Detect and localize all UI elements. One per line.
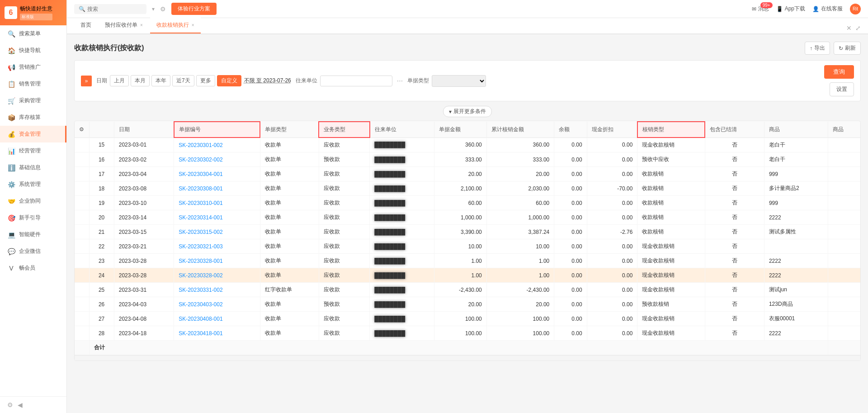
date-range-display[interactable]: 不限 至 2023-07-26 xyxy=(244,77,291,85)
table-row[interactable]: 15 2023-03-01 SK-20230301-002 收款单 应收款 ██… xyxy=(75,138,860,152)
voucher-link[interactable]: SK-20230315-002 xyxy=(179,229,222,235)
sidebar-item-system[interactable]: ⚙️系统管理 xyxy=(0,176,66,193)
setting-button[interactable]: 设置 xyxy=(830,82,854,96)
voucher-link[interactable]: SK-20230321-003 xyxy=(179,243,222,250)
cell-cash-discount: 0.00 xyxy=(587,196,637,210)
table-row[interactable]: 27 2023-04-08 SK-20230408-001 收款单 应收款 ██… xyxy=(75,312,860,326)
sidebar-item-quicknav[interactable]: 🏠快捷导航 xyxy=(0,42,66,59)
app-download-button[interactable]: 📱 App下载 xyxy=(776,5,805,13)
sidebar-item-wechat[interactable]: 💬企业微信 xyxy=(0,243,66,260)
filter-more-icon[interactable]: ··· xyxy=(397,77,403,85)
total-spacer xyxy=(828,341,860,355)
topbar-dropdown-arrow[interactable]: ▾ xyxy=(152,6,155,12)
online-service-button[interactable]: 👤 在线客服 xyxy=(812,5,843,13)
page-header: 收款核销执行(按收款) ↑ 导出 ↻ 刷新 xyxy=(74,42,861,55)
sidebar-item-basic[interactable]: ℹ️基础信息 xyxy=(0,159,66,176)
industry-solution-button[interactable]: 体验行业方案 xyxy=(171,3,217,15)
col-header-gear[interactable]: ⚙ xyxy=(75,122,89,138)
cell-voucher-no: SK-20230314-001 xyxy=(174,210,260,225)
cell-partner: ████████ xyxy=(370,268,434,283)
sidebar-item-inventory[interactable]: 📦库存核算 xyxy=(0,109,66,126)
query-button[interactable]: 查询 xyxy=(824,65,854,79)
custom-date-button[interactable]: 自定义 xyxy=(217,75,241,86)
col-header-balance: 余额 xyxy=(554,122,587,138)
table-row[interactable]: 26 2023-04-03 SK-20230403-002 收款单 预收款 ██… xyxy=(75,297,860,312)
cell-cash-discount: 0.00 xyxy=(587,297,637,312)
sidebar-item-marketing[interactable]: 📢营销推广 xyxy=(0,59,66,76)
close-window-icon[interactable]: ✕ xyxy=(846,24,852,32)
export-button[interactable]: ↑ 导出 xyxy=(805,42,830,55)
voucher-type-filter-section: 单据类型 xyxy=(407,75,486,87)
user-avatar[interactable]: Rit xyxy=(850,4,861,14)
refresh-button[interactable]: ↻ 刷新 xyxy=(834,42,861,55)
voucher-link[interactable]: SK-20230301-002 xyxy=(179,142,222,148)
filter-toggle-button[interactable]: » xyxy=(81,76,92,86)
table-row[interactable]: 23 2023-03-28 SK-20230328-001 收款单 应收款 ██… xyxy=(75,254,860,268)
sidebar-item-corp[interactable]: 🤝企业协同 xyxy=(0,193,66,209)
tab-advance[interactable]: 预付应收付单× xyxy=(99,18,149,33)
table-row[interactable]: 21 2023-03-15 SK-20230315-002 收款单 应收款 ██… xyxy=(75,225,860,239)
table-scrollbar[interactable] xyxy=(75,355,860,361)
sidebar-item-guide[interactable]: 🎯新手引导 xyxy=(0,209,66,226)
partner-input[interactable] xyxy=(320,76,392,86)
this-month-button[interactable]: 本月 xyxy=(131,75,150,86)
col-header-cancel-type: 核销类型 xyxy=(637,122,705,138)
table-row[interactable]: 16 2023-03-02 SK-20230302-002 收款单 预收款 ██… xyxy=(75,152,860,167)
topbar-gear-icon[interactable]: ⚙ xyxy=(160,5,166,13)
table-row[interactable]: 25 2023-03-31 SK-20230331-002 红字收款单 应收款 … xyxy=(75,283,860,297)
voucher-link[interactable]: SK-20230328-002 xyxy=(179,272,222,279)
voucher-link[interactable]: SK-20230331-002 xyxy=(179,287,222,293)
cell-cancel-type: 收款核销 xyxy=(637,210,705,225)
sidebar-item-operation[interactable]: 📊经营管理 xyxy=(0,142,66,159)
voucher-link[interactable]: SK-20230304-001 xyxy=(179,171,222,177)
voucher-link[interactable]: SK-20230302-002 xyxy=(179,157,222,163)
message-button[interactable]: ✉ 消息 99+ xyxy=(752,5,769,13)
tab-home[interactable]: 首页 xyxy=(74,18,98,33)
sidebar-item-purchase[interactable]: 🛒采购管理 xyxy=(0,92,66,109)
logo-text: 畅快道好生意 标准版 xyxy=(20,5,52,20)
sidebar-item-sales[interactable]: 📋销售管理 xyxy=(0,76,66,92)
voucher-link[interactable]: SK-20230308-001 xyxy=(179,185,222,192)
cell-cash-discount: 0.00 xyxy=(587,152,637,167)
sidebar-item-member[interactable]: V畅会员 xyxy=(0,260,66,276)
voucher-link[interactable]: SK-20230314-001 xyxy=(179,214,222,221)
table-row[interactable]: 19 2023-03-10 SK-20230310-001 收款单 应收款 ██… xyxy=(75,196,860,210)
table-scroll-area[interactable]: ⚙ 日期 单据编号 单据类型 业务类型 往来单位 单据金额 累计核销金额 余额 … xyxy=(75,121,860,355)
cell-cancel-type: 现金收款核销 xyxy=(637,138,705,152)
col-header-total-cancel: 累计核销金额 xyxy=(486,122,554,138)
cell-include-settled: 否 xyxy=(705,297,764,312)
tab-close-collection[interactable]: × xyxy=(192,23,194,28)
more-date-button[interactable]: 更多 xyxy=(196,75,215,86)
expand-window-icon[interactable]: ⤢ xyxy=(855,24,861,32)
this-year-button[interactable]: 本年 xyxy=(151,75,170,86)
voucher-link[interactable]: SK-20230328-001 xyxy=(179,258,222,264)
voucher-link[interactable]: SK-20230403-002 xyxy=(179,301,222,308)
voucher-type-select[interactable] xyxy=(432,75,486,87)
cell-voucher-no: SK-20230315-002 xyxy=(174,225,260,239)
tab-close-advance[interactable]: × xyxy=(140,23,143,28)
sidebar-item-hardware[interactable]: 💻智能硬件 xyxy=(0,226,66,243)
voucher-link[interactable]: SK-20230310-001 xyxy=(179,200,222,206)
table-row[interactable]: 18 2023-03-08 SK-20230308-001 收款单 应收款 ██… xyxy=(75,181,860,196)
table-row[interactable]: 20 2023-03-14 SK-20230314-001 收款单 应收款 ██… xyxy=(75,210,860,225)
topbar-search-box[interactable]: 🔍 xyxy=(74,4,146,14)
settings-icon[interactable]: ⚙ xyxy=(7,401,13,408)
sidebar-item-search[interactable]: 🔍搜索菜单 xyxy=(0,25,66,42)
topbar-search-input[interactable] xyxy=(87,6,142,12)
expand-more-button[interactable]: ▾ 展开更多条件 xyxy=(443,106,492,117)
tab-collection[interactable]: 收款核销执行× xyxy=(150,18,201,33)
refresh-icon: ↻ xyxy=(839,45,843,52)
last-7days-button[interactable]: 近7天 xyxy=(172,75,194,86)
last-month-button[interactable]: 上月 xyxy=(110,75,129,86)
cell-include-settled: 否 xyxy=(705,138,764,152)
table-row[interactable]: 22 2023-03-21 SK-20230321-003 收款单 应收款 ██… xyxy=(75,239,860,254)
table-row[interactable]: 24 2023-03-28 SK-20230328-002 收款单 应收款 ██… xyxy=(75,268,860,283)
table-row[interactable]: 17 2023-03-04 SK-20230304-001 收款单 应收款 ██… xyxy=(75,167,860,181)
cell-total-cancel: 3,387.24 xyxy=(486,225,554,239)
sidebar-item-finance[interactable]: 💰资金管理 xyxy=(0,126,66,142)
voucher-link[interactable]: SK-20230418-001 xyxy=(179,330,222,337)
collapse-icon[interactable]: ◀ xyxy=(18,401,23,408)
voucher-link[interactable]: SK-20230408-001 xyxy=(179,316,222,322)
table-row[interactable]: 28 2023-04-18 SK-20230418-001 收款单 应收款 ██… xyxy=(75,326,860,341)
cell-date: 2023-03-21 xyxy=(114,239,174,254)
